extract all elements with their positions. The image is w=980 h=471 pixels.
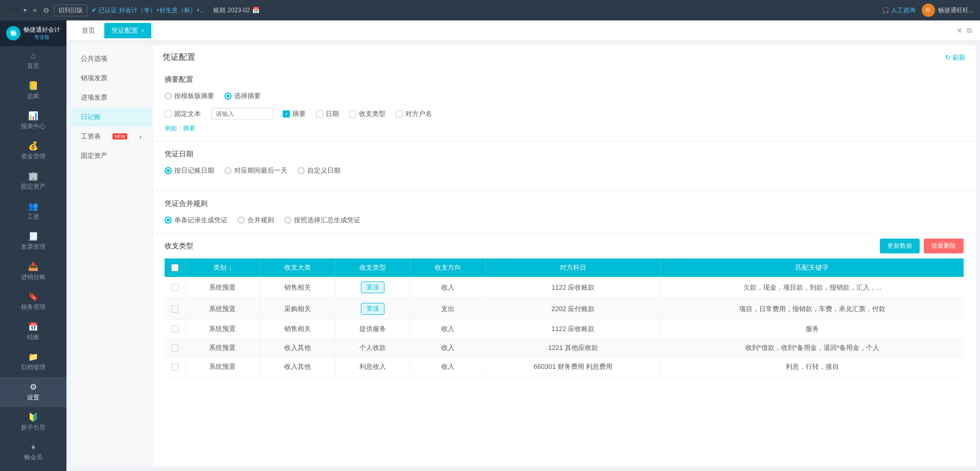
sidebar-item-payroll[interactable]: 👥 工资	[0, 196, 66, 226]
cell-keywords: 收到*借款，收到*备用金，退回*备用金，个人	[660, 339, 964, 358]
sidebar-item-assets[interactable]: 🏢 固定资产	[0, 166, 66, 196]
sidebar: 畅 畅捷通好会计 专业版 ⌂ 首页 📒 总账 📊 报表中心 💰 资金管理 🏢 固…	[0, 20, 66, 471]
logo: 畅 畅捷通好会计 专业版	[0, 20, 66, 46]
tabs-bar: 首页 凭证配置 × ✕ ⧉	[66, 20, 980, 41]
row-checkbox[interactable]	[165, 339, 185, 358]
topbar-badge: ✔ 已认证 好会计（专）+好生意（标）+...	[92, 6, 205, 15]
row-check-box[interactable]	[171, 325, 178, 333]
tabs-close-button[interactable]: ✕	[956, 27, 963, 35]
update-data-button[interactable]: 更新数据	[880, 239, 920, 253]
radio-select-merge[interactable]: 按照选择汇总生成凭证	[284, 216, 360, 225]
left-nav-journal[interactable]: 日记账	[71, 107, 152, 127]
radio-template-summary[interactable]: 按模板版摘要	[165, 91, 214, 101]
topbar-dropdown-icon[interactable]: ▾	[24, 7, 27, 14]
row-check-box[interactable]	[171, 363, 178, 370]
checkbox-type[interactable]: 收支类型	[349, 109, 385, 119]
cell-category: 系统预置	[185, 277, 260, 298]
left-nav-fixed-assets[interactable]: 固定资产	[71, 146, 152, 166]
sidebar-item-settings[interactable]: ⚙ 设置	[0, 377, 66, 407]
user-name[interactable]: 畅捷通旺旺...	[938, 6, 974, 15]
income-expense-section: 收支类型 更新数据 批量删除 类别 ↓	[152, 233, 976, 376]
topbar-period: 账期 2023-02 📅	[213, 6, 260, 15]
fixed-text-input[interactable]	[211, 108, 272, 120]
cell-category: 系统预置	[185, 339, 260, 358]
checkbox-summary[interactable]: ✓ 摘要	[283, 109, 306, 119]
checkbox-counterparty[interactable]: 对方户名	[396, 109, 432, 119]
left-nav-sales-invoice[interactable]: 销项发票	[71, 68, 152, 88]
calendar-icon[interactable]: 📅	[252, 7, 260, 14]
sidebar-item-tax[interactable]: 🔖 税务管理	[0, 287, 66, 317]
service-button[interactable]: 🎧 人工咨询	[882, 6, 916, 15]
topbar-gear-icon[interactable]: ⚙	[43, 6, 50, 14]
cell-account: 1122 应收账款	[486, 320, 661, 339]
sidebar-item-funds[interactable]: 💰 资金管理	[0, 136, 66, 166]
sidebar-item-home[interactable]: ⌂ 首页	[0, 46, 66, 76]
th-checkbox[interactable]	[165, 258, 185, 277]
row-check-box[interactable]	[171, 284, 178, 291]
topbar: 测试 ▾ ＋ ⚙ 切到旧版 ✔ 已认证 好会计（专）+好生意（标）+... 账期…	[0, 0, 980, 20]
radio-merge[interactable]: 合并规则	[238, 216, 274, 225]
topbar-title: 测试	[6, 6, 19, 15]
type-tag: 置顶	[361, 303, 384, 315]
tabs-restore-button[interactable]: ⧉	[967, 26, 972, 35]
th-major: 收支大类	[260, 258, 335, 277]
tab-home[interactable]: 首页	[75, 23, 102, 38]
checkbox-date[interactable]: 日期	[316, 109, 339, 119]
headset-icon: 🎧	[882, 7, 890, 14]
sidebar-item-member[interactable]: ♦ 畅会员	[0, 437, 66, 467]
table-row: 系统预置 采购相关 置顶 支出 2202 应付账款 项目，日常费用，报销款，车费…	[165, 298, 964, 320]
page-header: 凭证配置 ↻ 刷新	[152, 45, 976, 67]
sidebar-item-close[interactable]: 📅 结账	[0, 317, 66, 347]
tab-voucher-config[interactable]: 凭证配置 ×	[104, 23, 151, 38]
row-checkbox[interactable]	[165, 358, 185, 376]
sidebar-item-purchase[interactable]: 📥 进销台账	[0, 256, 66, 287]
select-all-checkbox[interactable]	[171, 264, 178, 271]
tab-close-icon[interactable]: ×	[141, 28, 144, 34]
cell-major: 收入其他	[260, 339, 335, 358]
row-checkbox[interactable]	[165, 320, 185, 339]
topbar-add-icon[interactable]: ＋	[31, 5, 39, 16]
refresh-button[interactable]: ↻ 刷新	[945, 53, 966, 62]
voucher-date-section: 凭证日期 按日记账日期 对应期间最后一天 自定义日期	[152, 142, 976, 191]
summary-checkboxes: 固定文本 ✓ 摘要 日期 收支类型	[165, 108, 964, 120]
radio-circle-merge	[238, 217, 245, 224]
merge-radio-group: 单条记录生成凭证 合并规则 按照选择汇总生成凭证	[165, 216, 964, 225]
batch-delete-button[interactable]: 批量删除	[924, 239, 964, 253]
left-nav-public[interactable]: 公共选项	[71, 49, 152, 68]
home-icon: ⌂	[31, 51, 36, 60]
sidebar-item-invoice-mgmt[interactable]: 🧾 发票管理	[0, 226, 66, 256]
cell-major: 销售相关	[260, 320, 335, 339]
sidebar-item-reports[interactable]: 📊 报表中心	[0, 106, 66, 136]
cell-category: 系统预置	[185, 358, 260, 376]
sidebar-item-archive[interactable]: 📁 归档管理	[0, 347, 66, 377]
table-actions: 更新数据 批量删除	[880, 239, 964, 253]
cell-type: 利息收入	[335, 358, 411, 376]
logo-text: 畅捷通好会计 专业版	[24, 26, 60, 41]
radio-circle-period-last	[224, 167, 232, 174]
radio-select-summary[interactable]: 选择摘要	[224, 91, 261, 101]
radio-period-last[interactable]: 对应期间最后一天	[224, 166, 287, 175]
checkbox-box-counterparty	[396, 110, 403, 117]
row-check-box[interactable]	[171, 344, 178, 351]
radio-single[interactable]: 单条记录生成凭证	[165, 216, 227, 225]
sidebar-item-ledger[interactable]: 📒 总账	[0, 76, 66, 106]
radio-journal-date[interactable]: 按日记账日期	[165, 166, 214, 175]
checkbox-fixed-text[interactable]: 固定文本	[165, 109, 201, 119]
cell-account: 1221 其他应收款	[486, 339, 661, 358]
merge-rules-title: 凭证合并规则	[165, 199, 964, 208]
ledger-icon: 📒	[28, 81, 38, 90]
row-check-box[interactable]	[171, 305, 178, 313]
newbie-icon: 🔰	[28, 412, 38, 422]
left-nav-payroll-sheet[interactable]: 工资表 NEW ›	[71, 127, 152, 146]
row-checkbox[interactable]	[165, 277, 185, 298]
refresh-icon: ↻	[945, 54, 951, 61]
row-checkbox[interactable]	[165, 298, 185, 320]
table-row: 系统预置 销售相关 提供服务 收入 1122 应收账款 服务	[165, 320, 964, 339]
tabs-right: ✕ ⧉	[956, 26, 972, 35]
table-header: 收支类型 更新数据 批量删除	[152, 233, 976, 258]
radio-custom-date[interactable]: 自定义日期	[298, 166, 340, 175]
switch-version-button[interactable]: 切到旧版	[54, 5, 87, 16]
sidebar-item-newbie[interactable]: 🔰 新手引导	[0, 407, 66, 437]
left-nav-purchase-invoice[interactable]: 进项发票	[71, 88, 152, 107]
user-area: 旺 畅捷通旺旺...	[922, 4, 974, 17]
